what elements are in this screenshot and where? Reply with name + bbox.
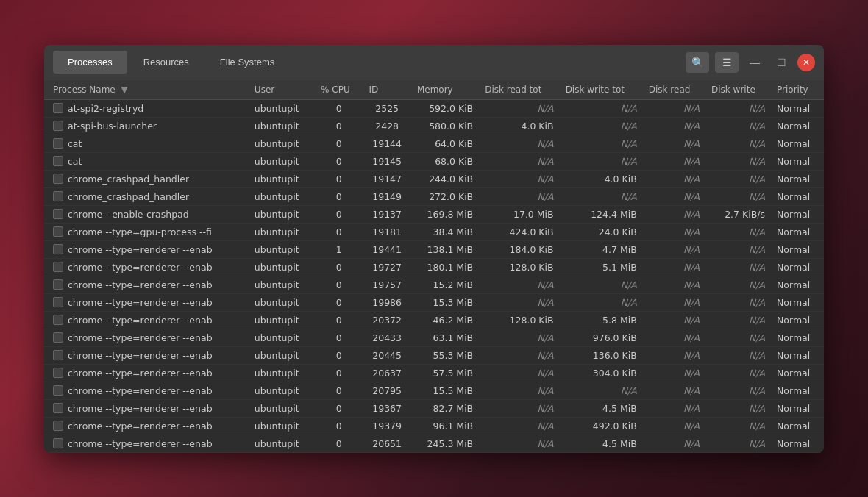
col-header-disk-write[interactable]: Disk write [705, 80, 771, 100]
col-header-disk-read[interactable]: Disk read [643, 80, 705, 100]
col-header-disk-write-tot[interactable]: Disk write tot [560, 80, 643, 100]
cell-disk-read: N/A [643, 364, 705, 382]
table-row[interactable]: chrome --enable-crashpad ubuntupit 0 191… [44, 205, 824, 223]
process-icon [53, 191, 63, 201]
cell-priority: Normal [771, 293, 824, 311]
cell-memory: 580.0 KiB [411, 117, 479, 135]
cell-memory: 272.0 KiB [411, 187, 479, 205]
process-name-text: chrome --type=renderer --enab [68, 297, 213, 308]
cell-process-name: chrome --type=renderer --enab [44, 435, 249, 452]
cell-process-name: chrome --type=renderer --enab [44, 311, 249, 329]
process-name-text: chrome_crashpad_handler [68, 191, 189, 202]
cell-memory: 68.0 KiB [411, 152, 479, 170]
cell-cpu: 0 [315, 311, 363, 329]
cell-disk-read-tot: 128.0 KiB [479, 311, 559, 329]
cell-cpu: 0 [315, 205, 363, 223]
cell-process-name: chrome --type=gpu-process --fi [44, 223, 249, 240]
window-controls: 🔍 ☰ — ☐ ✕ [686, 52, 815, 73]
cell-user: ubuntupit [249, 258, 315, 276]
process-icon [53, 226, 63, 237]
table-row[interactable]: chrome_crashpad_handler ubuntupit 0 1914… [44, 187, 824, 205]
col-header-id[interactable]: ID [363, 80, 410, 100]
cell-memory: 55.3 MiB [411, 346, 479, 364]
table-row[interactable]: chrome --type=renderer --enab ubuntupit … [44, 240, 824, 258]
table-row[interactable]: chrome --type=renderer --enab ubuntupit … [44, 311, 824, 329]
cell-disk-read: N/A [643, 311, 705, 329]
table-row[interactable]: chrome --type=renderer --enab ubuntupit … [44, 364, 824, 382]
table-row[interactable]: at-spi2-registryd ubuntupit 0 2525 592.0… [44, 99, 824, 117]
cell-id: 20445 [363, 346, 410, 364]
minimize-button[interactable]: — [744, 52, 765, 73]
cell-process-name: chrome --type=renderer --enab [44, 293, 249, 311]
tab-filesystems[interactable]: File Systems [205, 51, 289, 74]
table-row[interactable]: chrome --type=gpu-process --fi ubuntupit… [44, 223, 824, 240]
cell-disk-read: N/A [643, 117, 705, 135]
cell-user: ubuntupit [249, 293, 315, 311]
cell-disk-write: N/A [705, 223, 771, 240]
cell-user: ubuntupit [249, 329, 315, 346]
cell-disk-read-tot: N/A [479, 382, 559, 399]
cell-id: 19727 [363, 258, 410, 276]
cell-disk-write: N/A [705, 117, 771, 135]
cell-user: ubuntupit [249, 346, 315, 364]
cell-disk-write: N/A [705, 435, 771, 452]
cell-priority: Normal [771, 329, 824, 346]
cell-user: ubuntupit [249, 417, 315, 435]
table-row[interactable]: chrome --type=renderer --enab ubuntupit … [44, 293, 824, 311]
process-icon [53, 385, 63, 396]
cell-disk-read-tot: N/A [479, 276, 559, 293]
col-header-priority[interactable]: Priority [771, 80, 824, 100]
table-row[interactable]: at-spi-bus-launcher ubuntupit 0 2428 580… [44, 117, 824, 135]
cell-id: 19757 [363, 276, 410, 293]
col-header-name[interactable]: Process Name ▼ [44, 80, 249, 100]
cell-priority: Normal [771, 170, 824, 187]
cell-memory: 15.5 MiB [411, 382, 479, 399]
col-header-cpu[interactable]: % CPU [315, 80, 363, 100]
process-name-text: chrome --enable-crashpad [68, 209, 189, 220]
maximize-button[interactable]: ☐ [771, 52, 791, 73]
cell-process-name: at-spi-bus-launcher [44, 117, 249, 135]
cell-disk-write-tot: 976.0 KiB [560, 329, 643, 346]
table-row[interactable]: chrome --type=renderer --enab ubuntupit … [44, 346, 824, 364]
table-row[interactable]: chrome --type=renderer --enab ubuntupit … [44, 417, 824, 435]
table-row[interactable]: cat ubuntupit 0 19144 64.0 KiB N/A N/A N… [44, 135, 824, 152]
table-row[interactable]: chrome_crashpad_handler ubuntupit 0 1914… [44, 170, 824, 187]
tab-resources[interactable]: Resources [129, 51, 204, 74]
process-name-text: chrome_crashpad_handler [68, 174, 189, 185]
cell-priority: Normal [771, 117, 824, 135]
cell-user: ubuntupit [249, 117, 315, 135]
search-button[interactable]: 🔍 [686, 52, 709, 73]
process-name-text: chrome --type=renderer --enab [68, 332, 213, 343]
cell-priority: Normal [771, 99, 824, 117]
table-row[interactable]: chrome --type=renderer --enab ubuntupit … [44, 329, 824, 346]
process-name-text: at-spi2-registryd [68, 103, 143, 114]
table-row[interactable]: chrome --type=renderer --enab ubuntupit … [44, 399, 824, 417]
table-row[interactable]: chrome --type=renderer --enab ubuntupit … [44, 276, 824, 293]
cell-disk-read-tot: 4.0 KiB [479, 117, 559, 135]
cell-disk-write-tot: 5.8 MiB [560, 311, 643, 329]
col-header-memory[interactable]: Memory [411, 80, 479, 100]
col-header-disk-read-tot[interactable]: Disk read tot [479, 80, 559, 100]
process-icon [53, 138, 63, 149]
table-row[interactable]: chrome --type=renderer --enab ubuntupit … [44, 382, 824, 399]
table-row[interactable]: cat ubuntupit 0 19145 68.0 KiB N/A N/A N… [44, 152, 824, 170]
cell-id: 19441 [363, 240, 410, 258]
cell-cpu: 0 [315, 258, 363, 276]
close-button[interactable]: ✕ [797, 54, 815, 71]
cell-disk-write-tot: 4.5 MiB [560, 435, 643, 452]
cell-cpu: 0 [315, 152, 363, 170]
cell-user: ubuntupit [249, 382, 315, 399]
cell-disk-read-tot: N/A [479, 329, 559, 346]
menu-button[interactable]: ☰ [715, 52, 739, 73]
cell-memory: 46.2 MiB [411, 311, 479, 329]
tab-processes[interactable]: Processes [53, 51, 127, 74]
cell-disk-write: N/A [705, 187, 771, 205]
cell-priority: Normal [771, 364, 824, 382]
cell-disk-write-tot: 4.7 MiB [560, 240, 643, 258]
table-row[interactable]: chrome --type=renderer --enab ubuntupit … [44, 258, 824, 276]
process-name-text: chrome --type=renderer --enab [68, 403, 213, 414]
col-header-user[interactable]: User [249, 80, 315, 100]
cell-memory: 38.4 MiB [411, 223, 479, 240]
table-row[interactable]: chrome --type=renderer --enab ubuntupit … [44, 435, 824, 452]
cell-disk-write: N/A [705, 329, 771, 346]
